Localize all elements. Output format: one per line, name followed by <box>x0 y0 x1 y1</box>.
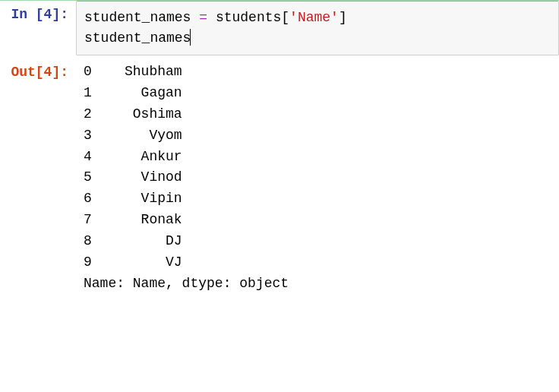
output-prompt-area: Out[4]: <box>0 58 76 86</box>
code-token-space <box>191 10 199 25</box>
code-token-object: students <box>216 10 281 25</box>
code-token-var: student_names <box>84 10 191 25</box>
code-token-space <box>207 10 216 25</box>
code-token-bracket: [ <box>281 10 289 25</box>
code-token-operator: = <box>199 10 207 25</box>
code-token-string: 'Name' <box>289 10 339 25</box>
code-token-bracket: ] <box>339 10 347 25</box>
input-cell: In [4]: student_names = students['Name']… <box>0 1 559 55</box>
input-prompt-area: In [4]: <box>0 1 76 28</box>
code-input[interactable]: student_names = students['Name'] student… <box>76 1 559 55</box>
input-prompt-label: In [4]: <box>11 7 68 22</box>
code-token-var: student_names <box>84 30 191 46</box>
output-cell: Out[4]: 0 Shubham 1 Gagan 2 Oshima 3 Vyo… <box>0 58 559 298</box>
text-cursor-icon <box>190 29 191 46</box>
output-text: 0 Shubham 1 Gagan 2 Oshima 3 Vyom 4 Anku… <box>76 58 559 298</box>
output-prompt-label: Out[4]: <box>11 65 68 80</box>
